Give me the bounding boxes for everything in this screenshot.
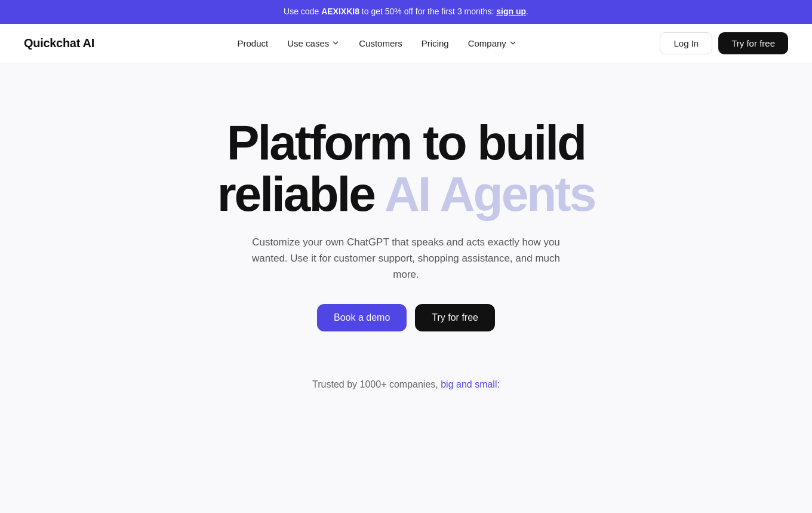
book-demo-button[interactable]: Book a demo	[317, 304, 407, 331]
nav-item-customers: Customers	[350, 33, 411, 53]
hero-line2-static: reliable	[217, 167, 374, 221]
chevron-down-icon	[509, 39, 517, 47]
logo[interactable]: Quickchat AI	[24, 36, 94, 50]
hero-line2-highlight: AI Agents	[385, 167, 595, 221]
nav-links: Product Use cases Customers Pricing Comp…	[229, 33, 525, 53]
hero-subtitle: Customize your own ChatGPT that speaks a…	[239, 234, 573, 283]
nav-link-pricing[interactable]: Pricing	[413, 33, 457, 53]
chevron-down-icon	[331, 39, 340, 47]
navbar: Quickchat AI Product Use cases Customers…	[0, 24, 812, 63]
nav-link-product[interactable]: Product	[229, 33, 277, 53]
nav-item-use-cases: Use cases	[279, 33, 348, 53]
nav-item-pricing: Pricing	[413, 33, 457, 53]
hero-headline: Platform to build reliable AI Agents	[217, 117, 595, 220]
nav-item-company: Company	[460, 33, 525, 53]
hero-cta-buttons: Book a demo Try for free	[317, 304, 495, 331]
promo-code: AEXIXKI8	[321, 7, 359, 16]
hero-try-free-button[interactable]: Try for free	[415, 304, 495, 331]
hero-line1: Platform to build	[227, 115, 585, 170]
nav-link-use-cases[interactable]: Use cases	[279, 33, 348, 53]
nav-actions: Log In Try for free	[660, 32, 788, 54]
signup-link[interactable]: sign up	[496, 7, 526, 16]
announcement-text: Use code AEXIXKI8 to get 50% off for the…	[284, 7, 528, 16]
trusted-section: Trusted by 1000+ companies, big and smal…	[0, 367, 812, 414]
nav-item-product: Product	[229, 33, 277, 53]
hero-section: Platform to build reliable AI Agents Cus…	[0, 63, 812, 368]
trusted-link[interactable]: big and small:	[441, 379, 500, 389]
try-for-free-button[interactable]: Try for free	[718, 32, 788, 54]
nav-link-company[interactable]: Company	[460, 33, 525, 53]
trusted-text: Trusted by 1000+ companies,	[312, 379, 438, 389]
nav-link-customers[interactable]: Customers	[350, 33, 411, 53]
login-button[interactable]: Log In	[660, 32, 712, 54]
announcement-bar: Use code AEXIXKI8 to get 50% off for the…	[0, 0, 812, 24]
